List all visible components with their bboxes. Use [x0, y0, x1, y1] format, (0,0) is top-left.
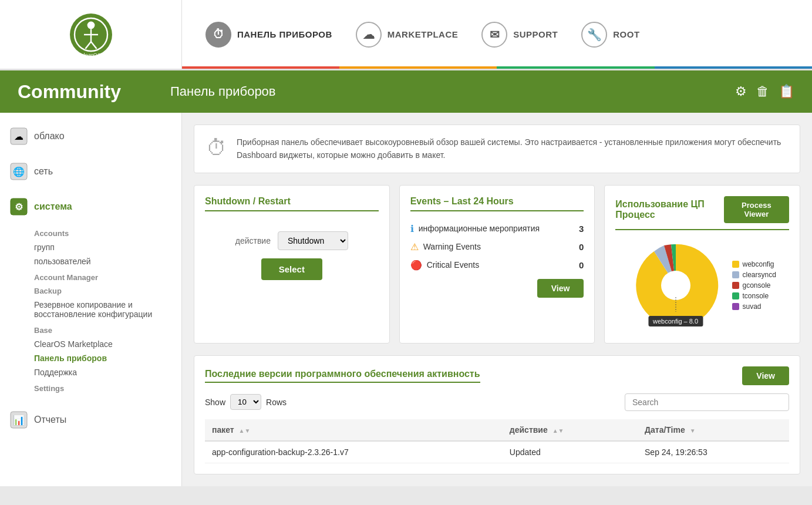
- search-input[interactable]: [625, 393, 789, 411]
- event-critical-label: Critical Events: [427, 260, 479, 270]
- rows-select[interactable]: 10 25 50: [230, 394, 261, 410]
- cpu-widget-title: Использование ЦП Процесс: [615, 199, 723, 220]
- nav-marketplace-label: MARKETPLACE: [388, 29, 459, 39]
- rows-label: Rows: [266, 398, 287, 407]
- col-datetime: Дата/Time ▼: [638, 419, 789, 441]
- software-header: Последние версии программного обеспечени…: [205, 366, 789, 385]
- cell-action: Updated: [503, 441, 638, 463]
- nav-root-label: ROOT: [613, 29, 639, 39]
- legend-clearsyncd-label: clearsyncd: [743, 271, 776, 279]
- col-action: действие ▲▼: [503, 419, 638, 441]
- events-widget: Events – Last 24 Hours ℹ информационные …: [399, 185, 595, 344]
- legend-clearsyncd: clearsyncd: [732, 271, 776, 279]
- delete-icon[interactable]: 🗑: [756, 84, 769, 99]
- shutdown-widget: Shutdown / Restart действие Shutdown Res…: [194, 185, 390, 344]
- sidebar-item-network[interactable]: 🌐 сеть: [0, 154, 181, 189]
- logo-section: clearOS: [0, 0, 182, 69]
- software-section: Последние версии программного обеспечени…: [194, 355, 800, 474]
- legend-suvad-label: suvad: [743, 302, 762, 311]
- software-section-title: Последние версии программного обеспечени…: [205, 369, 480, 383]
- svg-text:🌐: 🌐: [13, 166, 25, 177]
- info-banner: ⏱ Приборная панель обеспечивает высокоур…: [194, 124, 800, 173]
- sidebar-sub-marketplace[interactable]: ClearOS Marketplace: [34, 337, 181, 351]
- settings-icon[interactable]: ⚙: [735, 84, 747, 99]
- events-widget-title: Events – Last 24 Hours: [410, 196, 584, 211]
- legend-suvad-dot: [732, 303, 739, 310]
- cell-package: app-configuration-backup-2.3.26-1.v7: [205, 441, 503, 463]
- nav-dashboard[interactable]: ⏱ ПАНЕЛЬ ПРИБОРОВ: [194, 16, 344, 53]
- svg-text:📊: 📊: [13, 415, 25, 426]
- svg-text:⚙: ⚙: [15, 202, 23, 212]
- edit-icon[interactable]: 📋: [779, 84, 794, 99]
- table-row: app-configuration-backup-2.3.26-1.v7 Upd…: [205, 441, 789, 463]
- account-manager-label: Account Manager: [34, 273, 181, 282]
- action-label: действие: [235, 236, 271, 245]
- content-area: ⏱ Приборная панель обеспечивает высокоур…: [182, 113, 812, 486]
- main-layout: ☁ облако 🌐 сеть ⚙ система Accounts групп…: [0, 113, 812, 486]
- sidebar-sub-backup[interactable]: Резервное копирование и восстановление к…: [34, 298, 181, 321]
- sidebar-item-cloud[interactable]: ☁ облако: [0, 119, 181, 154]
- event-warning: ⚠ Warning Events 0: [410, 238, 584, 256]
- legend-webconfig: webconfig: [732, 260, 776, 268]
- svg-point-16: [661, 271, 690, 300]
- nav-dashboard-label: ПАНЕЛЬ ПРИБОРОВ: [237, 29, 332, 39]
- svg-point-2: [87, 21, 95, 29]
- events-view-button[interactable]: View: [537, 279, 584, 298]
- software-table: пакет ▲▼ действие ▲▼ Дата/Time ▼: [205, 419, 789, 463]
- sidebar-item-system[interactable]: ⚙ система: [0, 189, 181, 224]
- legend-suvad: suvad: [732, 302, 776, 311]
- show-label: Show: [205, 398, 225, 407]
- legend-webconfig-dot: [732, 261, 739, 268]
- edition-label: Community: [18, 81, 170, 103]
- sidebar-sub-users[interactable]: пользователей: [34, 254, 181, 268]
- info-banner-text: Приборная панель обеспечивает высокоуров…: [237, 136, 788, 162]
- pie-chart: webconfig – 8.0: [629, 238, 723, 332]
- cpu-header: Использование ЦП Процесс Process Viewer: [615, 196, 789, 223]
- nav-root[interactable]: 🔧 ROOT: [570, 16, 651, 53]
- page-header: Community Панель приборов ⚙ 🗑 📋: [0, 70, 812, 113]
- nav-items: ⏱ ПАНЕЛЬ ПРИБОРОВ ☁ MARKETPLACE ✉ SUPPOR…: [182, 0, 812, 69]
- table-controls: Show 10 25 50 Rows: [205, 393, 789, 411]
- settings-group-label: Settings: [34, 384, 181, 393]
- sidebar-system-label: система: [34, 201, 72, 212]
- top-bar: clearOS ⏱ ПАНЕЛЬ ПРИБОРОВ ☁ MARKETPLACE …: [0, 0, 812, 70]
- cloud-icon: ☁: [9, 127, 28, 146]
- sidebar-sub-dashboard[interactable]: Панель приборов: [34, 351, 181, 365]
- root-icon: 🔧: [581, 22, 607, 48]
- cpu-widget: Использование ЦП Процесс Process Viewer: [604, 185, 800, 344]
- chart-area: webconfig – 8.0 webconfig clearsyncd: [615, 238, 789, 332]
- event-warning-label: Warning Events: [423, 242, 481, 251]
- select-button[interactable]: Select: [261, 258, 322, 280]
- col-package: пакет ▲▼: [205, 419, 503, 441]
- legend-gconsole-dot: [732, 282, 739, 289]
- sidebar-item-reports[interactable]: 📊 Отчеты: [0, 402, 181, 437]
- event-critical-left: 🔴 Critical Events: [410, 260, 479, 271]
- sidebar-sub-groups[interactable]: групп: [34, 240, 181, 254]
- reports-icon: 📊: [9, 410, 28, 429]
- legend-gconsole: gconsole: [732, 281, 776, 289]
- event-warning-left: ⚠ Warning Events: [410, 241, 481, 253]
- marketplace-icon: ☁: [356, 22, 382, 48]
- accounts-group-label: Accounts: [34, 229, 181, 238]
- svg-text:clearOS: clearOS: [80, 52, 101, 58]
- software-view-button[interactable]: View: [742, 366, 789, 385]
- sidebar: ☁ облако 🌐 сеть ⚙ система Accounts групп…: [0, 113, 182, 486]
- legend-tconsole-dot: [732, 292, 739, 299]
- shutdown-select[interactable]: Shutdown Restart: [278, 231, 348, 250]
- nav-support[interactable]: ✉ SUPPORT: [470, 16, 570, 53]
- sidebar-sub-support[interactable]: Поддержка: [34, 365, 181, 379]
- nav-marketplace[interactable]: ☁ MARKETPLACE: [344, 16, 470, 53]
- legend-gconsole-label: gconsole: [743, 281, 771, 289]
- legend-webconfig-label: webconfig: [743, 260, 774, 268]
- event-info: ℹ информационные мероприятия 3: [410, 220, 584, 238]
- dashboard-gauge-icon: ⏱: [206, 136, 227, 160]
- process-viewer-button[interactable]: Process Viewer: [724, 196, 789, 223]
- sort-package-icon: ▲▼: [239, 427, 251, 434]
- shutdown-action-row: действие Shutdown Restart: [235, 231, 348, 250]
- breadcrumb: Панель приборов: [170, 84, 735, 99]
- support-icon: ✉: [481, 22, 507, 48]
- cell-datetime: Sep 24, 19:26:53: [638, 441, 789, 463]
- nav-support-label: SUPPORT: [513, 29, 558, 39]
- svg-text:☁: ☁: [14, 132, 23, 142]
- clearos-logo: clearOS: [68, 11, 114, 58]
